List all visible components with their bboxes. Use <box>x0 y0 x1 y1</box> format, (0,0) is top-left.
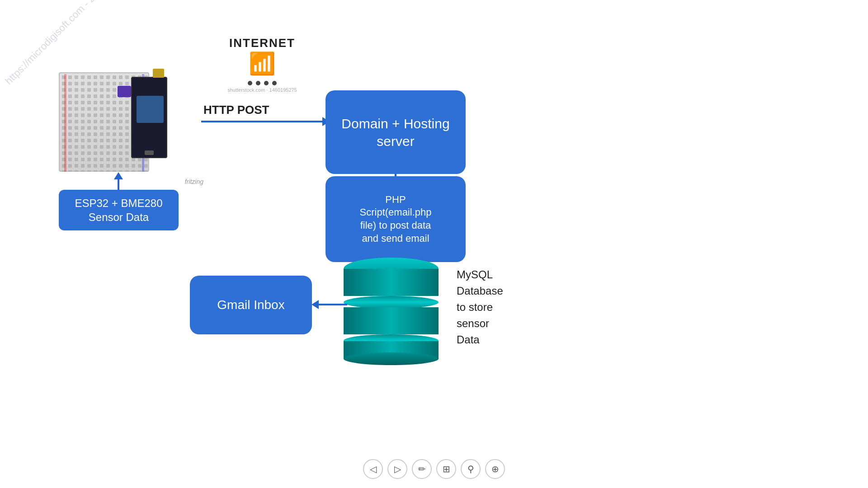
internet-block: INTERNET 📶 shutterstock.com · 1460195275 <box>222 36 303 93</box>
esp32-antenna <box>153 69 164 78</box>
shutterstock-label: shutterstock.com · 1460195275 <box>222 87 303 93</box>
sensor-chip <box>118 86 131 97</box>
esp32-board <box>131 77 167 158</box>
db-body2 <box>344 307 439 334</box>
toolbar-zoom-btn[interactable]: ⚲ <box>461 459 481 479</box>
toolbar-edit-btn[interactable]: ✏ <box>412 459 432 479</box>
toolbar-back-btn[interactable]: ◁ <box>363 459 383 479</box>
database-cylinder <box>344 258 439 366</box>
esp32-label: ESP32 + BME280Sensor Data <box>75 196 162 224</box>
db-bottom <box>344 352 439 365</box>
wifi-icon: 📶 <box>222 53 303 75</box>
diagram: https://microdigisoft.com - 22:54 INTERN… <box>0 0 868 488</box>
gmail-inbox-box: Gmail Inbox <box>190 276 312 334</box>
fritzing-label: fritzing <box>185 178 203 185</box>
toolbar: ◁ ▷ ✏ ⊞ ⚲ ⊕ <box>363 459 505 479</box>
internet-label: INTERNET <box>222 36 303 50</box>
http-post-arrow <box>201 121 328 122</box>
gmail-label: Gmail Inbox <box>217 297 284 313</box>
db-middle-ring <box>344 296 439 309</box>
esp32-image: fritzing <box>59 72 203 176</box>
db-body1 <box>344 269 439 296</box>
php-script-box: PHPScript(email.phpfile) to post dataand… <box>326 176 466 262</box>
router-dots <box>222 81 303 85</box>
toolbar-grid-btn[interactable]: ⊞ <box>436 459 456 479</box>
mysql-label: MySQLDatabaseto storesensorData <box>457 267 503 348</box>
svg-rect-2 <box>64 74 66 172</box>
php-script-label: PHPScript(email.phpfile) to post dataand… <box>360 193 432 245</box>
db-to-gmail-arrow <box>313 304 347 305</box>
usb-port <box>145 150 154 155</box>
toolbar-forward-btn[interactable]: ▷ <box>387 459 407 479</box>
domain-server-box: Domain + Hostingserver <box>326 90 466 174</box>
http-post-label: HTTP POST <box>203 103 269 117</box>
esp32-label-box: ESP32 + BME280Sensor Data <box>59 190 179 230</box>
toolbar-more-btn[interactable]: ⊕ <box>485 459 505 479</box>
domain-server-label: Domain + Hostingserver <box>341 115 449 150</box>
esp32-chip <box>137 96 164 123</box>
